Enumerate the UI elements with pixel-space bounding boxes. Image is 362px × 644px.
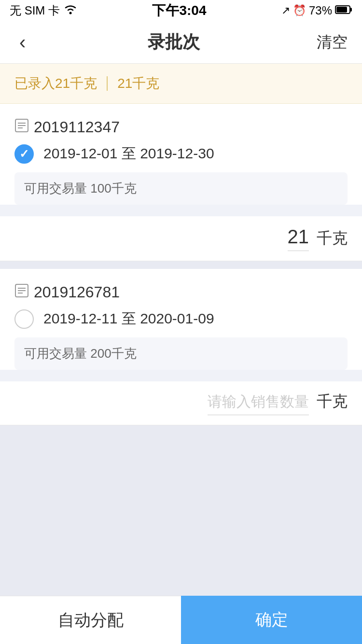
status-left: 无 SIM 卡 <box>10 3 77 18</box>
available-text-2: 可用交易量 200千克 <box>24 346 137 361</box>
batch-date-2: 2019-12-11 至 2020-01-09 <box>43 309 214 329</box>
bottom-bar: 自动分配 确定 <box>0 596 362 644</box>
batch-id-row-2: 2019126781 <box>14 283 348 301</box>
quantity-input-2[interactable]: 请输入销售数量 <box>208 392 309 415</box>
available-row-2: 可用交易量 200千克 <box>14 337 348 370</box>
batch-id-2: 2019126781 <box>34 283 120 301</box>
batch-date-1: 2019-12-01 至 2019-12-30 <box>43 144 214 164</box>
info-value: 21千克 <box>117 74 159 93</box>
amount-value-1[interactable]: 21 <box>288 226 309 251</box>
batch-item-1: 2019112347 ✓ 2019-12-01 至 2019-12-30 可用交… <box>0 104 362 205</box>
battery-icon <box>335 4 352 17</box>
check-icon-1: ✓ <box>19 147 29 161</box>
batch-item-2: 2019126781 2019-12-11 至 2020-01-09 可用交易量… <box>0 269 362 370</box>
confirm-button[interactable]: 确定 <box>181 596 362 644</box>
wifi-icon <box>64 4 77 17</box>
status-right: ↗ ⏰ 73% <box>281 4 352 17</box>
radio-unchecked-2[interactable] <box>14 309 34 329</box>
batch-doc-icon-1 <box>14 118 29 136</box>
main-content: 已录入21千克 21千克 2019112347 ✓ 2019-12-01 至 2… <box>0 64 362 644</box>
svg-rect-2 <box>350 8 352 12</box>
available-row-1: 可用交易量 100千克 <box>14 172 348 205</box>
section-separator <box>0 261 362 269</box>
info-banner: 已录入21千克 21千克 <box>0 64 362 104</box>
batch-id-row-1: 2019112347 <box>14 118 348 136</box>
info-divider <box>107 76 108 91</box>
page-title: 录批次 <box>148 30 200 54</box>
auto-distribute-label: 自动分配 <box>58 609 124 631</box>
nav-bar: ‹ 录批次 清空 <box>0 21 362 64</box>
batch-date-row-1[interactable]: ✓ 2019-12-01 至 2019-12-30 <box>14 144 348 164</box>
quantity-placeholder-2: 请输入销售数量 <box>208 393 309 409</box>
alarm-icon: ⏰ <box>293 4 306 17</box>
status-time: 下午3:04 <box>152 1 206 20</box>
batch-date-row-2[interactable]: 2019-12-11 至 2020-01-09 <box>14 309 348 329</box>
batch-id-1: 2019112347 <box>34 118 120 136</box>
batch-doc-icon-2 <box>14 283 29 301</box>
amount-unit-1: 千克 <box>317 228 348 249</box>
radio-checked-1[interactable]: ✓ <box>14 144 34 164</box>
available-text-1: 可用交易量 100千克 <box>24 181 137 196</box>
svg-point-0 <box>70 12 72 14</box>
back-button[interactable]: ‹ <box>14 27 30 58</box>
input-unit-2: 千克 <box>317 391 348 412</box>
battery-percent: 73% <box>309 4 332 17</box>
input-row-2: 请输入销售数量 千克 <box>0 381 362 425</box>
auto-distribute-button[interactable]: 自动分配 <box>0 596 181 644</box>
empty-area <box>0 425 362 618</box>
location-icon: ↗ <box>281 4 290 17</box>
svg-rect-3 <box>336 7 347 13</box>
status-bar: 无 SIM 卡 下午3:04 ↗ ⏰ 73% <box>0 0 362 21</box>
confirm-label: 确定 <box>255 609 288 631</box>
amount-row-1: 21 千克 <box>0 216 362 261</box>
no-sim-text: 无 SIM 卡 <box>10 3 60 18</box>
clear-button[interactable]: 清空 <box>317 32 348 53</box>
info-recorded-label: 已录入21千克 <box>14 74 97 93</box>
